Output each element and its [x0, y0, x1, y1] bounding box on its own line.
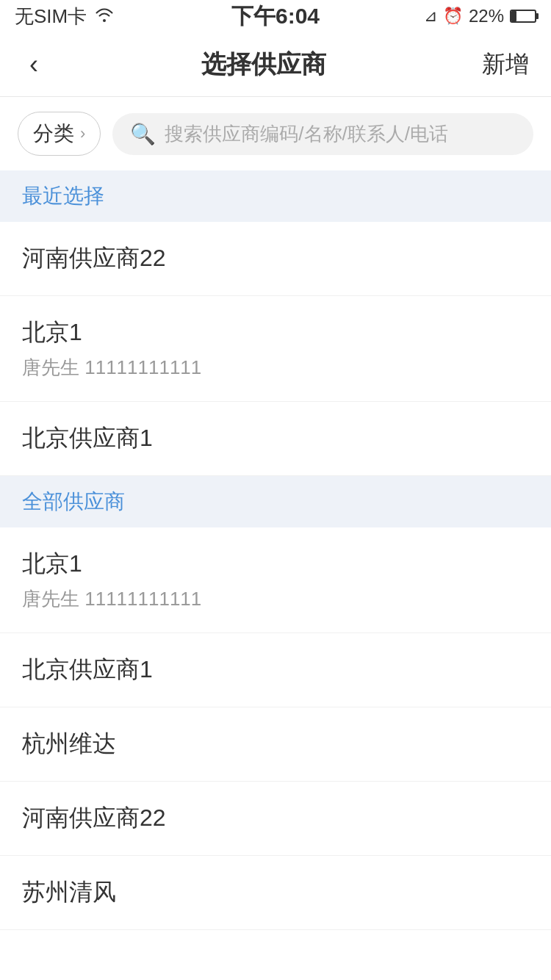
all-list-item[interactable]: 河南供应商22: [0, 782, 551, 856]
add-button[interactable]: 新增: [482, 48, 529, 81]
wifi-icon: [94, 5, 115, 28]
item-sub: 唐先生 11111111111: [22, 586, 529, 612]
recent-list-item[interactable]: 北京供应商1: [0, 402, 551, 476]
recent-items-list: 河南供应商22北京1唐先生 11111111111北京供应商1: [0, 222, 551, 476]
recent-section-label: 最近选择: [22, 184, 104, 207]
nav-bar: ‹ 选择供应商 新增: [0, 32, 551, 97]
filter-bar: 分类 › 🔍: [0, 97, 551, 170]
search-input[interactable]: [165, 123, 516, 145]
all-section-label: 全部供应商: [22, 490, 125, 513]
status-time: 下午6:04: [231, 1, 320, 32]
item-sub: 唐先生 11111111111: [22, 355, 529, 381]
battery-text: 22%: [469, 6, 504, 26]
item-name: 北京1: [22, 317, 529, 349]
item-name: 北京供应商1: [22, 654, 529, 686]
category-button[interactable]: 分类 ›: [18, 112, 101, 156]
item-name: 杭州维达: [22, 728, 529, 760]
recent-list-item[interactable]: 河南供应商22: [0, 222, 551, 296]
category-label: 分类: [33, 120, 74, 148]
alarm-icon: ⏰: [443, 7, 463, 26]
page-title: 选择供应商: [201, 48, 326, 82]
search-box: 🔍: [112, 113, 533, 155]
carrier-text: 无SIM卡: [15, 4, 87, 29]
status-right: ⊿ ⏰ 22%: [424, 6, 536, 26]
chevron-right-icon: ›: [80, 124, 85, 143]
all-list-item[interactable]: 北京1唐先生 11111111111: [0, 527, 551, 633]
all-list-item[interactable]: 杭州维达: [0, 707, 551, 782]
status-left: 无SIM卡: [15, 4, 115, 29]
item-name: 河南供应商22: [22, 802, 529, 835]
item-name: 苏州清风: [22, 876, 529, 909]
recent-section-header: 最近选择: [0, 170, 551, 222]
back-button[interactable]: ‹: [22, 42, 46, 87]
item-name: 北京1: [22, 548, 529, 580]
all-items-list: 北京1唐先生 11111111111北京供应商1杭州维达河南供应商22苏州清风: [0, 527, 551, 930]
recent-list-item[interactable]: 北京1唐先生 11111111111: [0, 296, 551, 402]
all-section-header: 全部供应商: [0, 476, 551, 527]
location-icon: ⊿: [424, 7, 437, 26]
battery-icon: [510, 10, 536, 23]
status-bar: 无SIM卡 下午6:04 ⊿ ⏰ 22%: [0, 0, 551, 32]
all-list-item[interactable]: 北京供应商1: [0, 633, 551, 707]
item-name: 北京供应商1: [22, 422, 529, 455]
item-name: 河南供应商22: [22, 242, 529, 275]
all-list-item[interactable]: 苏州清风: [0, 856, 551, 930]
search-icon: 🔍: [130, 122, 156, 146]
